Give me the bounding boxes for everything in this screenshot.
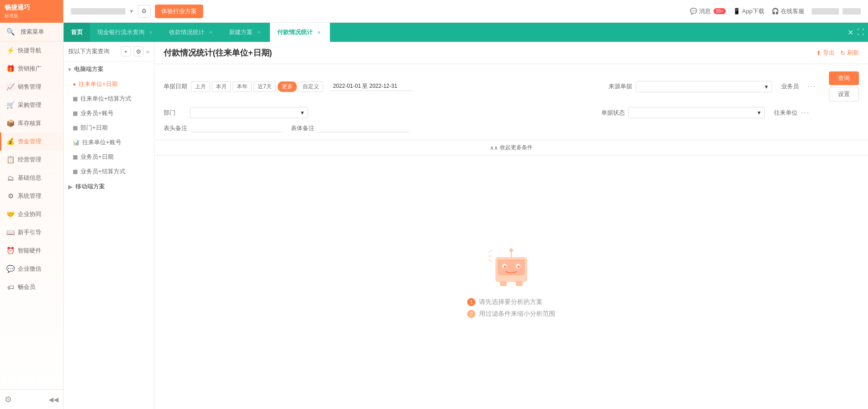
chevron-right-icon: ▶ (68, 183, 73, 190)
sidebar-item-hardware[interactable]: ⏰ 智能硬件 (0, 242, 63, 260)
export-button[interactable]: ⬆ 导出 (816, 49, 835, 57)
scheme-item-counterpart-settle[interactable]: ▦ 往来单位+结算方式 (68, 91, 154, 106)
scheme-settings-button[interactable]: ⚙ (134, 46, 144, 56)
date-btn-more[interactable]: 更多 (278, 81, 297, 92)
scheme-table-icon-3: ▦ (73, 125, 78, 131)
tab-receipt-stats[interactable]: 收款情况统计 × (162, 23, 222, 42)
date-btn-last-month[interactable]: 上月 (191, 81, 210, 92)
filter-header-note: 表头备注 (164, 124, 282, 132)
quick-nav-icon: ⚡ (6, 46, 15, 55)
sidebar-item-basic-info[interactable]: 🗂 基础信息 (0, 169, 63, 187)
scheme-item-dept-date[interactable]: ▦ 部门+日期 (68, 121, 154, 135)
scheme-desktop-group: ▾ 电脑端方案 ● 往来单位+日期 ▦ 往来单位+结算方式 ▦ (64, 61, 154, 179)
staff-label: 业务员 (781, 82, 804, 91)
scheme-collapse-button[interactable]: « (146, 48, 150, 55)
date-range-input[interactable] (330, 82, 412, 91)
wechat-icon: 💬 (6, 264, 15, 273)
date-btn-custom[interactable]: 自定义 (299, 81, 323, 92)
tab-payment-stats[interactable]: 付款情况统计 × (270, 23, 330, 42)
sidebar-item-purchase[interactable]: 🛒 采购管理 (0, 96, 63, 114)
bill-status-select[interactable]: ▾ (629, 107, 765, 118)
online-service-button[interactable]: 🎧 在线客服 (772, 7, 804, 15)
empty-svg (484, 243, 539, 289)
user-area[interactable] (812, 8, 861, 15)
messages-button[interactable]: 💬 消息 99+ (690, 7, 726, 15)
sidebar-item-enterprise[interactable]: 🤝 企业协同 (0, 205, 63, 223)
query-action-area: 查询 设置 (829, 71, 859, 101)
tab-close-all-icon[interactable]: ✕ (848, 28, 853, 37)
sidebar-item-system[interactable]: ⚙ 系统管理 (0, 187, 63, 205)
empty-illustration (484, 243, 539, 289)
ops-icon: 📋 (6, 155, 15, 164)
tab-bank-flow[interactable]: 现金银行流水查询 × (90, 23, 162, 42)
sidebar-item-wechat[interactable]: 💬 企业微信 (0, 260, 63, 278)
scheme-table-icon-1: ▦ (73, 96, 78, 102)
counterpart-filter-ellipsis[interactable]: ··· (801, 109, 810, 117)
sidebar-item-sales[interactable]: 📈 销售管理 (0, 78, 63, 96)
hardware-icon: ⏰ (6, 246, 15, 255)
dept-select[interactable]: ▾ (190, 107, 308, 118)
header-settings-button[interactable]: ⚙ (138, 5, 150, 18)
date-btn-this-month[interactable]: 本月 (212, 81, 231, 92)
filter-bill-date: 单据日期 上月 本月 本年 近7天 更多 自定义 (164, 81, 412, 92)
staff-filter-ellipsis[interactable]: ··· (808, 82, 816, 91)
sidebar-item-fund[interactable]: 💰 资金管理 (0, 132, 63, 151)
tab-expand-icon[interactable]: ⛶ (857, 28, 864, 36)
company-name (71, 8, 125, 15)
scheme-item-staff-date[interactable]: ▦ 业务员+日期 (68, 150, 154, 164)
app-download-button[interactable]: 📱 App下载 (733, 7, 764, 15)
scheme-item-counterpart-account[interactable]: 📊 往来单位+账号 (68, 135, 154, 150)
scheme-item-staff-settle[interactable]: ▦ 业务员+结算方式 (68, 164, 154, 179)
tab-receipt-stats-close[interactable]: × (207, 29, 215, 36)
tab-bank-flow-close[interactable]: × (147, 29, 155, 36)
date-btn-this-year[interactable]: 本年 (233, 81, 252, 92)
scheme-item-staff-account[interactable]: ▦ 业务员+账号 (68, 106, 154, 121)
svg-rect-8 (500, 281, 507, 286)
sidebar-collapse-btn[interactable]: ◀◀ (49, 396, 59, 403)
sidebar-item-search-label: 搜索菜单 (20, 28, 44, 36)
scheme-add-button[interactable]: + (121, 46, 131, 56)
export-icon: ⬆ (816, 50, 821, 56)
sidebar-item-marketing[interactable]: 🎁 营销推广 (0, 60, 63, 78)
filter-row-3: 表头备注 表体备注 (164, 124, 859, 132)
tab-bar: 首页 现金银行流水查询 × 收款情况统计 × 新建方案 × 付款情况统计 × ✕… (64, 23, 868, 42)
date-btn-last-7-days[interactable]: 近7天 (254, 81, 276, 92)
sidebar-settings-btn[interactable]: ⚙ (5, 394, 12, 404)
sidebar-item-ops[interactable]: 📋 经营管理 (0, 151, 63, 169)
source-bill-dropdown-icon: ▾ (765, 83, 768, 90)
sidebar-item-member[interactable]: 🏷 畅会员 (0, 278, 63, 296)
source-bill-select[interactable]: ▾ (636, 81, 772, 92)
sidebar-item-search[interactable]: 🔍 搜索菜单 (0, 23, 63, 41)
filter-source-bill: 来源单据 ▾ (609, 81, 772, 92)
marketing-icon: 🎁 (6, 64, 15, 73)
collapse-button[interactable]: ∧∧ 收起更多条件 (490, 144, 533, 151)
scheme-table-icon-5: ▦ (73, 168, 78, 175)
sidebar-item-purchase-label: 采购管理 (18, 101, 41, 109)
trial-button[interactable]: 体验行业方案 (155, 5, 203, 18)
empty-tip-1-text: 请先选择要分析的方案 (479, 298, 543, 306)
chevron-down-icon: ▾ (68, 66, 71, 73)
filter-settings-button[interactable]: 设置 (829, 87, 859, 101)
sidebar-item-quick-nav[interactable]: ⚡ 快捷导航 (0, 41, 63, 60)
sidebar-item-inventory[interactable]: 📦 库存核算 (0, 114, 63, 132)
app-download-label: App下载 (742, 7, 764, 15)
scheme-desktop-group-header[interactable]: ▾ 电脑端方案 (64, 61, 154, 77)
dept-label: 部门 (164, 109, 186, 117)
tab-new-scheme-close[interactable]: × (255, 29, 263, 36)
tab-payment-stats-close[interactable]: × (315, 29, 323, 36)
sidebar-item-guide[interactable]: 📖 新手引导 (0, 223, 63, 242)
tab-new-scheme[interactable]: 新建方案 × (222, 23, 270, 42)
tab-home[interactable]: 首页 (64, 23, 90, 42)
scheme-mobile-group-header[interactable]: ▶ 移动端方案 (64, 179, 154, 194)
header-note-input[interactable] (191, 124, 282, 132)
app-name: 畅捷通巧 (5, 4, 30, 12)
header-note-label: 表头备注 (164, 124, 187, 132)
header-dropdown-arrow[interactable]: ▾ (130, 8, 133, 15)
sidebar-item-fund-label: 资金管理 (18, 137, 41, 146)
scheme-item-counterpart-date[interactable]: ● 往来单位+日期 (68, 77, 154, 91)
refresh-button[interactable]: ↻ 刷新 (840, 49, 859, 57)
body-note-input[interactable] (318, 124, 409, 132)
query-button[interactable]: 查询 (829, 71, 859, 85)
empty-state: 1 请先选择要分析的方案 2 用过滤条件来缩小分析范围 (155, 156, 868, 409)
scheme-item-staff-account-label: 业务员+账号 (80, 109, 114, 117)
